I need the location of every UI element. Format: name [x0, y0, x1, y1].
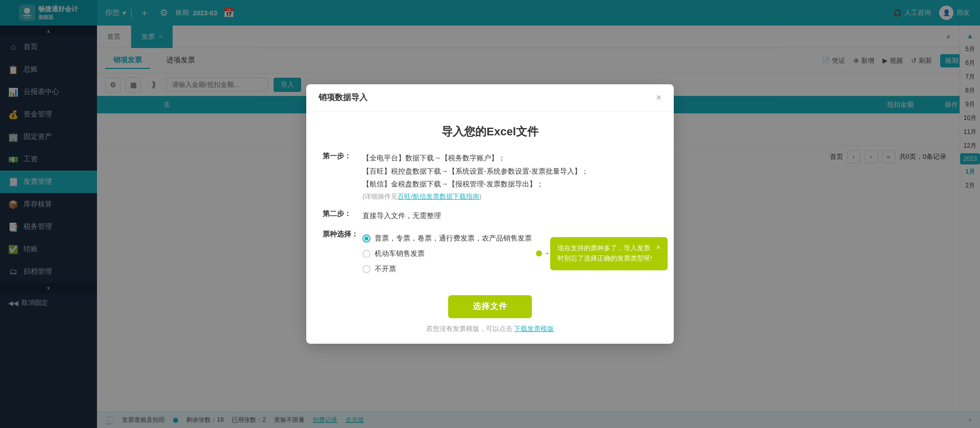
ticket-type-row: 票种选择： 普票，专票，卷票，通行费发票，农产品销售发票 机动车销售发票 [323, 230, 657, 274]
tooltip-container: × 现在支持的票种多了，导入发票时别忘了选择正确的发票类型呀! [536, 237, 668, 271]
tooltip-close-button[interactable]: × [656, 243, 660, 251]
radio-normal-label: 普票，专票，卷票，通行费发票，农产品销售发票 [375, 234, 532, 243]
modal-body: 导入您的Excel文件 第一步： 【全电平台】数据下载→【税务数字账户】； 【百… [306, 112, 674, 291]
radio-no-invoice-label: 不开票 [375, 265, 396, 274]
tooltip-bubble: × 现在支持的票种多了，导入发票时别忘了选择正确的发票类型呀! [550, 237, 668, 271]
modal-overlay[interactable]: 销项数据导入 × 导入您的Excel文件 第一步： 【全电平台】数据下载→【税务… [0, 0, 980, 428]
tooltip-dot [536, 251, 542, 257]
step1-note-end: ) [479, 193, 481, 200]
radio-circle-motor[interactable] [362, 250, 371, 258]
step1-label: 第一步： [323, 152, 358, 161]
import-modal: 销项数据导入 × 导入您的Excel文件 第一步： 【全电平台】数据下载→【税务… [306, 84, 674, 343]
step1-line2: 【百旺】税控盘数据下载→【系统设置-系统参数设置-发票批量导入】； [362, 165, 589, 178]
radio-motor-label: 机动车销售发票 [375, 249, 425, 258]
ticket-type-label: 票种选择： [323, 230, 358, 239]
template-link-row: 若您没有发票模版，可以点击 下载发票模版 [426, 324, 554, 334]
step1-link[interactable]: 百旺/航信发票数据下载指南 [398, 193, 479, 200]
radio-circle-no-invoice[interactable] [362, 265, 371, 273]
radio-no-invoice[interactable]: 不开票 [362, 265, 532, 274]
select-file-button[interactable]: 选择文件 [448, 295, 532, 318]
modal-title: 销项数据导入 [318, 92, 368, 103]
step1-note: (详细操作见百旺/航信发票数据下载指南) [362, 191, 589, 202]
tooltip-line [546, 253, 548, 254]
radio-motor[interactable]: 机动车销售发票 × 现在支持的票种多了，导入发票时别忘了选择正确的发票类型呀! [362, 249, 532, 258]
modal-main-title: 导入您的Excel文件 [323, 124, 657, 139]
step1-line3: 【航信】金税盘数据下载→【报税管理-发票数据导出】； [362, 178, 589, 191]
step1-row: 第一步： 【全电平台】数据下载→【税务数字账户】； 【百旺】税控盘数据下载→【系… [323, 152, 657, 202]
step1-content: 【全电平台】数据下载→【税务数字账户】； 【百旺】税控盘数据下载→【系统设置-系… [362, 152, 589, 202]
radio-group: 普票，专票，卷票，通行费发票，农产品销售发票 机动车销售发票 × 现在支持的票 [362, 234, 532, 274]
radio-circle-normal[interactable] [362, 234, 371, 243]
radio-dot-normal [364, 236, 369, 241]
modal-header: 销项数据导入 × [306, 84, 674, 112]
step1-note-prefix: (详细操作见 [362, 193, 398, 200]
template-download-link[interactable]: 下载发票模版 [514, 325, 554, 332]
template-text: 若您没有发票模版，可以点击 [426, 325, 512, 332]
radio-normal[interactable]: 普票，专票，卷票，通行费发票，农产品销售发票 [362, 234, 532, 243]
step2-row: 第二步： 直接导入文件，无需整理 [323, 209, 657, 222]
modal-close-button[interactable]: × [656, 92, 662, 103]
step2-label: 第二步： [323, 209, 358, 219]
step1-line1: 【全电平台】数据下载→【税务数字账户】； [362, 152, 589, 164]
modal-footer: 选择文件 若您没有发票模版，可以点击 下载发票模版 [306, 291, 674, 344]
step2-content: 直接导入文件，无需整理 [362, 209, 441, 222]
tooltip-text: 现在支持的票种多了，导入发票时别忘了选择正确的发票类型呀! [557, 244, 652, 263]
